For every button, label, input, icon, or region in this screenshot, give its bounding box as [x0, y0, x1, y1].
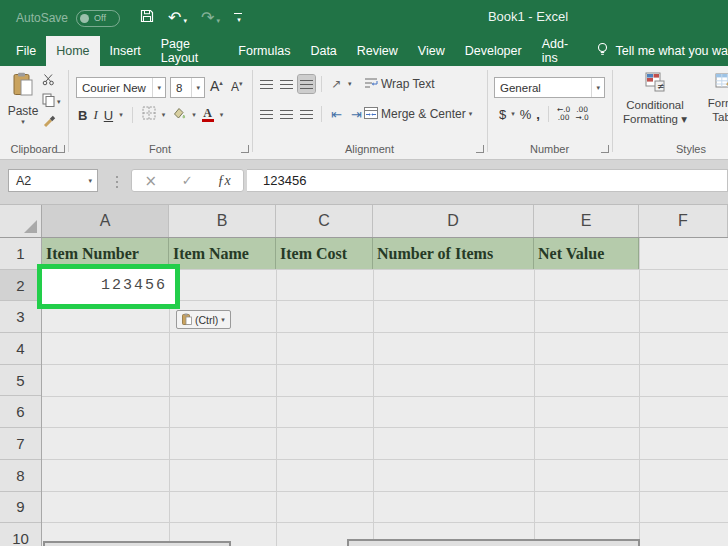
customize-quick-access-toolbar-icon[interactable]: ▾	[234, 13, 242, 24]
autosave-toggle[interactable]: Off	[76, 10, 120, 27]
row-header-2[interactable]: 2	[0, 270, 41, 302]
number-dialog-launcher[interactable]	[601, 145, 609, 153]
borders-button[interactable]	[142, 106, 156, 124]
wrap-text-icon	[364, 75, 378, 93]
save-icon[interactable]	[140, 9, 154, 27]
font-group: Courier New ▾ 8 ▾ A▴ A▾ B I U ▾ ▾	[68, 66, 252, 160]
borders-dropdown-icon[interactable]: ▾	[162, 111, 166, 119]
cancel-icon[interactable]: ×	[144, 172, 157, 190]
column-header-e[interactable]: E	[534, 205, 639, 237]
column-header-d[interactable]: D	[373, 205, 534, 237]
currency-format-button[interactable]: $	[499, 107, 506, 122]
font-color-dropdown-icon[interactable]: ▾	[220, 111, 224, 119]
increase-indent-button[interactable]: ⇥	[348, 105, 365, 123]
alignment-group-label: Alignment	[252, 143, 487, 155]
decrease-indent-button[interactable]: ⇤	[328, 105, 345, 123]
column-header-a[interactable]: A	[42, 205, 169, 237]
cropped-overlay-fragment	[347, 539, 640, 546]
orientation-button[interactable]: ↗	[328, 75, 345, 93]
increase-decimal-button[interactable]: ←.0.00	[557, 106, 570, 122]
row-header-9[interactable]: 9	[0, 492, 41, 524]
fill-color-dropdown-icon[interactable]: ▾	[192, 111, 196, 119]
format-as-table-icon	[715, 72, 728, 96]
align-left-button[interactable]	[258, 105, 275, 123]
fill-color-button[interactable]	[171, 106, 186, 124]
tab-data[interactable]: Data	[300, 36, 346, 66]
percent-format-button[interactable]: %	[520, 107, 532, 122]
conditional-formatting-button[interactable]: ≠ Conditional Formatting ▾	[614, 72, 696, 126]
name-box[interactable]: A2 ▾	[8, 169, 98, 192]
column-header-f[interactable]: F	[639, 205, 728, 237]
row-header-5[interactable]: 5	[0, 365, 41, 397]
currency-dropdown-icon[interactable]: ▾	[511, 110, 515, 118]
row-header-8[interactable]: 8	[0, 460, 41, 492]
copy-button[interactable]: ▾	[42, 93, 61, 110]
align-right-button[interactable]	[298, 105, 315, 123]
cut-button[interactable]	[42, 72, 55, 89]
comma-format-button[interactable]: ,	[536, 107, 540, 122]
cell-b1[interactable]: Item Name	[169, 238, 276, 269]
paste-options-button[interactable]: (Ctrl) ▾	[176, 310, 231, 329]
decrease-decimal-button[interactable]: .00→.0	[575, 106, 588, 122]
row-header-3[interactable]: 3	[0, 301, 41, 333]
format-as-table-button[interactable]: Format Table	[696, 72, 728, 124]
number-format-dropdown-icon: ▾	[591, 78, 604, 97]
column-header-b[interactable]: B	[169, 205, 276, 237]
tab-view[interactable]: View	[408, 36, 455, 66]
formula-input[interactable]: 123456	[247, 169, 728, 192]
conditional-formatting-icon: ≠	[645, 72, 665, 98]
cell-e1[interactable]: Net Value	[534, 238, 639, 269]
increase-font-size-button[interactable]: A▴	[210, 78, 223, 94]
cell-d1[interactable]: Number of Items	[373, 238, 534, 269]
row-header-7[interactable]: 7	[0, 428, 41, 460]
tab-developer[interactable]: Developer	[455, 36, 532, 66]
font-color-button[interactable]: A	[202, 108, 214, 122]
redo-button[interactable]: ↷▾	[201, 9, 220, 27]
orientation-dropdown-icon[interactable]: ▾	[348, 80, 352, 88]
tab-file[interactable]: File	[6, 36, 46, 66]
insert-function-icon[interactable]: ƒx	[217, 173, 230, 189]
decrease-font-size-button[interactable]: A▾	[231, 80, 243, 94]
lightbulb-icon	[596, 42, 609, 60]
format-painter-button[interactable]	[42, 114, 56, 131]
merge-center-button[interactable]: Merge & Center ▾	[364, 104, 472, 124]
italic-button[interactable]: I	[93, 107, 97, 123]
font-name-select[interactable]: Courier New ▾	[76, 77, 166, 98]
enter-icon[interactable]: ✓	[182, 173, 193, 188]
column-header-c[interactable]: C	[276, 205, 373, 237]
bold-button[interactable]: B	[78, 108, 87, 123]
select-all-button[interactable]	[0, 205, 42, 237]
tab-page-layout[interactable]: Page Layout	[151, 36, 229, 66]
cell-c1[interactable]: Item Cost	[276, 238, 373, 269]
row-header-4[interactable]: 4	[0, 333, 41, 365]
undo-button[interactable]: ↶▾	[168, 9, 187, 27]
tab-formulas[interactable]: Formulas	[228, 36, 300, 66]
row-header-1[interactable]: 1	[0, 238, 41, 270]
row-header-10[interactable]: 10	[0, 523, 41, 546]
scissors-icon	[42, 72, 55, 90]
clipboard-dialog-launcher[interactable]	[57, 145, 65, 153]
wrap-text-label: Wrap Text	[381, 77, 435, 91]
number-group: General ▾ $ ▾ % , ←.0.00 .00→.0 Number	[487, 66, 612, 160]
formula-bar-drag-handle[interactable]	[116, 176, 118, 178]
number-format-select[interactable]: General ▾	[494, 77, 605, 98]
selected-cell-a2[interactable]: 123456	[37, 264, 180, 309]
tab-review[interactable]: Review	[347, 36, 408, 66]
bottom-align-button[interactable]	[298, 75, 315, 93]
font-dialog-launcher[interactable]	[241, 145, 249, 153]
paste-button[interactable]: Paste ▾	[4, 72, 42, 144]
copy-dropdown-icon: ▾	[57, 98, 61, 106]
tab-insert[interactable]: Insert	[100, 36, 151, 66]
tab-add-ins[interactable]: Add-ins	[532, 36, 587, 66]
underline-button[interactable]: U	[104, 108, 113, 123]
wrap-text-button[interactable]: Wrap Text	[364, 74, 472, 94]
middle-align-button[interactable]	[278, 75, 295, 93]
font-size-select[interactable]: 8 ▾	[170, 77, 205, 98]
alignment-dialog-launcher[interactable]	[476, 145, 484, 153]
row-header-6[interactable]: 6	[0, 396, 41, 428]
tab-home[interactable]: Home	[46, 36, 99, 66]
underline-dropdown-icon[interactable]: ▾	[119, 111, 123, 119]
align-center-button[interactable]	[278, 105, 295, 123]
tell-me-box[interactable]: Tell me what you wa	[596, 36, 728, 66]
top-align-button[interactable]	[258, 75, 275, 93]
